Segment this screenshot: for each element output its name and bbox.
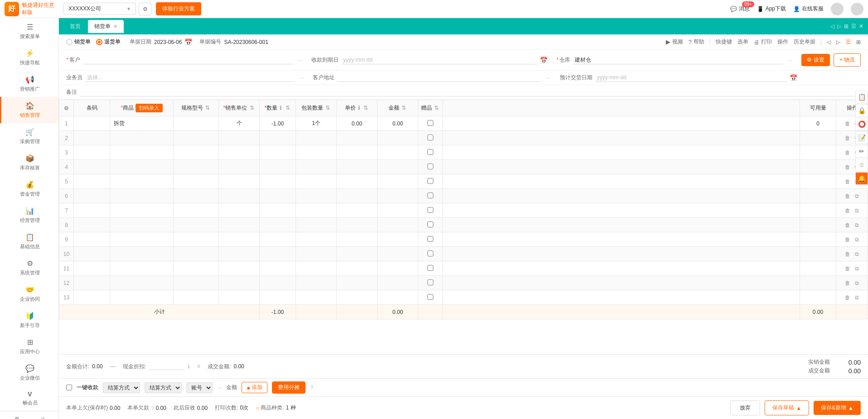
cell-pack-qty[interactable]	[296, 290, 337, 305]
cell-unit[interactable]	[219, 232, 260, 247]
cell-qty[interactable]	[260, 218, 296, 232]
copy-icon[interactable]: ⧉	[855, 265, 859, 272]
delivery-calendar-icon[interactable]: 📅	[790, 74, 797, 82]
customer-address-input[interactable]	[337, 73, 541, 82]
warehouse-input[interactable]	[573, 56, 783, 64]
delete-icon[interactable]: 🗑	[845, 193, 850, 199]
copy-icon[interactable]: ⧉	[855, 222, 859, 228]
salesperson-more-icon[interactable]: ···	[299, 75, 304, 81]
cell-qty[interactable]	[260, 247, 296, 261]
warehouse-more-icon[interactable]: ···	[788, 57, 792, 63]
cell-gift[interactable]	[418, 145, 443, 160]
online-service-item[interactable]: 👤 在线客服	[793, 5, 824, 13]
cell-unit[interactable]	[219, 131, 260, 145]
th-pack-sort-icon[interactable]: ⇅	[325, 105, 330, 111]
cell-gift[interactable]	[418, 218, 443, 232]
company-selector[interactable]: XXXXXX公司 ▼	[63, 3, 136, 15]
delete-icon[interactable]: 🗑	[845, 222, 850, 228]
cell-product[interactable]	[110, 261, 174, 276]
delete-icon[interactable]: 🗑	[845, 236, 850, 243]
cell-qty[interactable]	[260, 174, 296, 189]
copy-icon[interactable]: ⧉	[855, 251, 859, 257]
cell-unit[interactable]	[219, 218, 260, 232]
cell-qty[interactable]	[260, 261, 296, 276]
sidebar-item-finance[interactable]: 💰 资金管理	[0, 176, 58, 202]
video-link[interactable]: ▶ 视频	[666, 38, 683, 46]
cell-pack-qty[interactable]	[296, 145, 337, 160]
delete-icon[interactable]: 🗑	[845, 207, 850, 214]
th-unit-sort-icon[interactable]: ⇅	[250, 105, 254, 111]
delete-icon[interactable]: 🗑	[845, 294, 850, 301]
cell-unit-price[interactable]	[337, 218, 378, 232]
delete-icon[interactable]: 🗑	[845, 178, 850, 185]
cell-product[interactable]	[110, 203, 174, 218]
delete-icon[interactable]: 🗑	[845, 135, 850, 141]
payment-method-select[interactable]: 结算方式	[103, 382, 140, 393]
discount-input[interactable]	[149, 363, 185, 370]
cell-spec[interactable]	[174, 261, 219, 276]
cell-unit[interactable]	[219, 160, 260, 174]
tab-next-icon[interactable]: ▷	[837, 23, 841, 29]
sidebar-item-apps[interactable]: ⊞ 应用中心	[0, 333, 58, 360]
settings-icon[interactable]: ⚙	[139, 3, 151, 15]
customer-more-icon[interactable]: ···	[298, 57, 302, 63]
cell-qty[interactable]	[260, 145, 296, 160]
help-link[interactable]: ? 帮助	[689, 38, 704, 46]
expense-split-button[interactable]: 费用分摊	[272, 381, 305, 394]
save-new-button[interactable]: 保存&新增 ▲	[814, 401, 861, 415]
due-date-input[interactable]	[341, 56, 537, 64]
cell-amount[interactable]	[378, 174, 418, 189]
cell-pack-qty[interactable]	[296, 189, 337, 203]
message-item[interactable]: 💬 消息 99+	[730, 5, 750, 13]
operation-link[interactable]: 操作	[777, 38, 788, 46]
sidebar-item-member[interactable]: V 畅会员	[0, 386, 58, 411]
cell-product[interactable]	[110, 218, 174, 232]
cell-barcode[interactable]	[74, 203, 110, 218]
scan-button[interactable]: 扫码录入	[136, 104, 163, 112]
cell-unit-price[interactable]	[337, 276, 378, 290]
sidebar-item-purchase[interactable]: 🛒 采购管理	[0, 123, 58, 149]
cell-barcode[interactable]	[74, 131, 110, 145]
one-click-checkbox[interactable]	[66, 385, 72, 390]
cell-amount[interactable]	[378, 218, 418, 232]
save-draft-button[interactable]: 保存草稿 ▲	[765, 400, 809, 415]
th-amount-sort-icon[interactable]: ⇅	[402, 105, 406, 111]
customer-input[interactable]	[83, 56, 293, 64]
cell-spec[interactable]	[174, 290, 219, 305]
cell-gift[interactable]	[418, 174, 443, 189]
float-btn-3[interactable]: ⭕	[855, 118, 868, 130]
float-btn-2[interactable]: 🔒	[855, 104, 868, 117]
total-debt-info-icon[interactable]: ?	[151, 405, 154, 411]
cell-barcode[interactable]	[74, 189, 110, 203]
sidebar-item-quicknav[interactable]: ⚡ 快捷导航	[0, 44, 58, 71]
cell-spec[interactable]	[174, 203, 219, 218]
cell-product[interactable]	[110, 232, 174, 247]
cell-barcode[interactable]	[74, 174, 110, 189]
table-settings-icon[interactable]: ⚙	[64, 105, 69, 111]
tab-prev-icon[interactable]: ◁	[830, 23, 834, 29]
settlement-method-select[interactable]: 结算方式	[145, 382, 182, 393]
delete-icon[interactable]: 🗑	[845, 149, 850, 156]
cell-unit-price[interactable]	[337, 189, 378, 203]
copy-icon[interactable]: ⧉	[855, 236, 859, 243]
sidebar-item-marketing[interactable]: 📢 营销推广	[0, 71, 58, 97]
cell-product[interactable]	[110, 276, 174, 290]
float-btn-4[interactable]: 📝	[855, 131, 868, 144]
expense-help-icon[interactable]: ?	[310, 385, 313, 391]
cell-amount[interactable]	[378, 232, 418, 247]
float-btn-orange[interactable]: 🔔	[855, 172, 868, 185]
sidebar-item-enterprise[interactable]: 🤝 企业协同	[0, 281, 58, 307]
delete-icon[interactable]: 🗑	[845, 251, 850, 257]
radio-sales-order[interactable]: 销货单	[66, 38, 91, 46]
cell-unit-price[interactable]	[337, 290, 378, 305]
cell-unit[interactable]	[219, 174, 260, 189]
cell-pack-qty[interactable]	[296, 160, 337, 174]
th-qty-info-icon[interactable]: ℹ	[280, 105, 282, 111]
th-spec-sort-icon[interactable]: ⇅	[205, 105, 210, 111]
cell-unit[interactable]	[219, 261, 260, 276]
cell-unit-price[interactable]: 0.00	[337, 116, 378, 131]
tab-grid-icon[interactable]: ⊞	[844, 23, 849, 29]
cell-barcode[interactable]	[74, 160, 110, 174]
cell-gift[interactable]	[418, 189, 443, 203]
select-link[interactable]: 选单	[737, 38, 748, 46]
